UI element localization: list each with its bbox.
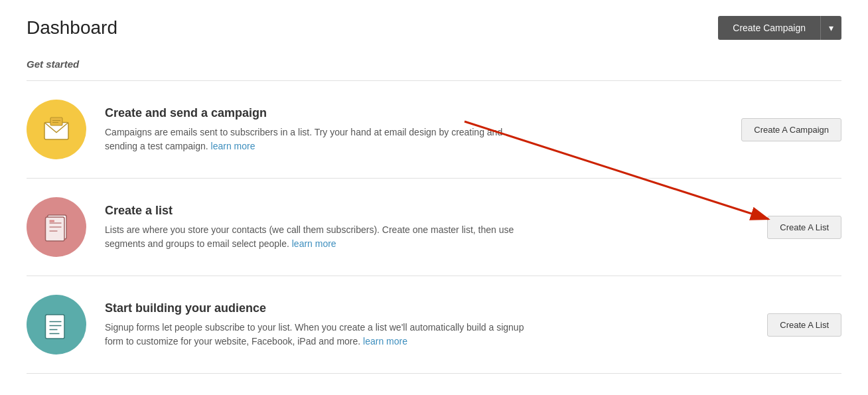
audience-icon <box>27 295 86 355</box>
list-icon <box>27 197 86 257</box>
card-desc-audience: Signup forms let people subscribe to you… <box>105 321 530 349</box>
learn-more-link-campaign[interactable]: learn more <box>211 141 255 151</box>
svg-rect-10 <box>46 315 65 339</box>
create-campaign-button[interactable]: Create Campaign <box>718 16 820 40</box>
card-action-campaign: Create A Campaign <box>741 118 841 141</box>
learn-more-link-list[interactable]: learn more <box>292 238 336 249</box>
card-list: Create a list Lists are where you store … <box>27 179 841 276</box>
card-campaign: Create and send a campaign Campaigns are… <box>27 81 841 179</box>
dashboard-page: Dashboard Create Campaign ▾ Get started … <box>0 0 868 395</box>
card-content-list: Create a list Lists are where you store … <box>105 204 754 251</box>
page-header: Dashboard Create Campaign ▾ <box>27 16 841 40</box>
cards-container: Create and send a campaign Campaigns are… <box>27 80 841 374</box>
create-campaign-dropdown-button[interactable]: ▾ <box>820 16 841 40</box>
card-title-campaign: Create and send a campaign <box>105 106 728 120</box>
card-audience: Start building your audience Signup form… <box>27 276 841 374</box>
svg-rect-5 <box>46 217 65 241</box>
card-title-audience: Start building your audience <box>105 301 754 315</box>
learn-more-link-audience[interactable]: learn more <box>363 336 407 347</box>
card-action-list: Create A List <box>767 216 841 239</box>
action-button-list[interactable]: Create A List <box>767 216 841 239</box>
create-campaign-btn-group: Create Campaign ▾ <box>718 16 841 40</box>
page-title: Dashboard <box>27 17 117 39</box>
card-content-campaign: Create and send a campaign Campaigns are… <box>105 106 728 153</box>
get-started-label: Get started <box>27 58 841 70</box>
action-button-campaign[interactable]: Create A Campaign <box>741 118 841 141</box>
card-desc-campaign: Campaigns are emails sent to subscribers… <box>105 125 530 153</box>
card-action-audience: Create A List <box>767 313 841 337</box>
action-button-audience[interactable]: Create A List <box>767 313 841 337</box>
envelope-icon <box>27 100 86 159</box>
svg-rect-1 <box>50 118 62 125</box>
card-content-audience: Start building your audience Signup form… <box>105 301 754 349</box>
svg-rect-9 <box>50 220 55 222</box>
card-desc-list: Lists are where you store your contacts … <box>105 223 530 251</box>
card-title-list: Create a list <box>105 204 754 218</box>
